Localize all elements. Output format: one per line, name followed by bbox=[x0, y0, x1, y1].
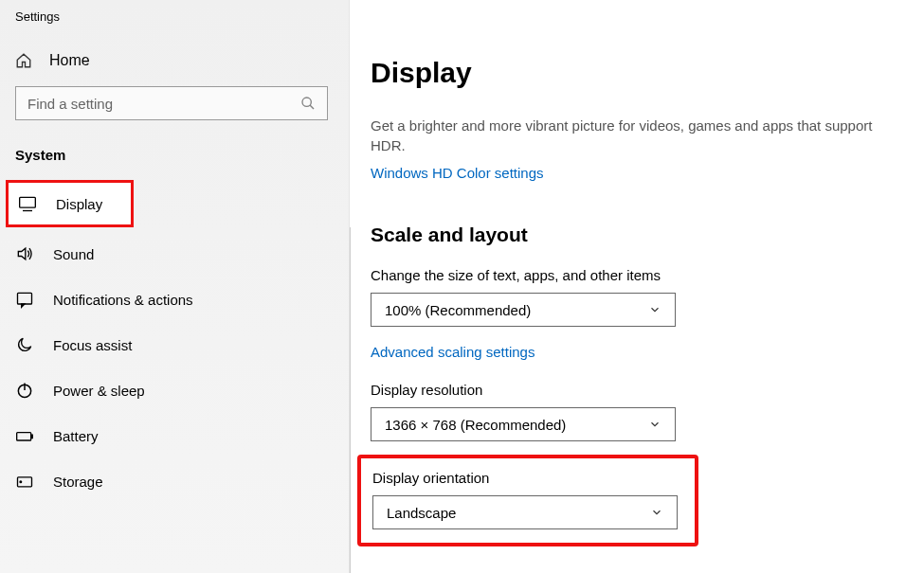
sidebar-item-label: Focus assist bbox=[53, 337, 132, 353]
svg-rect-7 bbox=[17, 433, 31, 440]
resolution-dropdown[interactable]: 1366 × 768 (Recommended) bbox=[371, 407, 676, 441]
scale-value: 100% (Recommended) bbox=[385, 302, 531, 318]
search-icon bbox=[300, 96, 316, 111]
sidebar-item-sound[interactable]: Sound bbox=[0, 231, 349, 277]
app-title: Settings bbox=[0, 0, 349, 29]
home-nav[interactable]: Home bbox=[0, 29, 349, 86]
advanced-scaling-link[interactable]: Advanced scaling settings bbox=[371, 344, 534, 360]
moon-icon bbox=[15, 335, 34, 354]
sidebar-item-label: Notifications & actions bbox=[53, 292, 193, 308]
sidebar-item-display[interactable]: Display bbox=[6, 180, 134, 227]
sidebar-item-label: Display bbox=[56, 196, 102, 212]
home-label: Home bbox=[49, 52, 90, 69]
sidebar-item-label: Sound bbox=[53, 246, 94, 262]
orientation-highlight: Display orientation Landscape bbox=[357, 455, 698, 546]
monitor-icon bbox=[18, 194, 37, 213]
sound-icon bbox=[15, 244, 34, 263]
sidebar: Settings Home System Display Sound Notif… bbox=[0, 0, 349, 573]
orientation-value: Landscape bbox=[387, 505, 456, 521]
search-input[interactable] bbox=[15, 86, 328, 120]
resolution-value: 1366 × 768 (Recommended) bbox=[385, 417, 566, 433]
sidebar-item-power-sleep[interactable]: Power & sleep bbox=[0, 367, 349, 413]
svg-rect-4 bbox=[18, 293, 32, 304]
section-scale-layout: Scale and layout bbox=[371, 224, 903, 246]
hdr-settings-link[interactable]: Windows HD Color settings bbox=[371, 165, 544, 181]
chevron-down-icon bbox=[648, 418, 661, 431]
power-icon bbox=[15, 381, 34, 400]
sidebar-item-label: Battery bbox=[53, 428, 99, 444]
scale-label: Change the size of text, apps, and other… bbox=[371, 267, 903, 283]
search-field[interactable] bbox=[27, 96, 300, 112]
sidebar-item-focus-assist[interactable]: Focus assist bbox=[0, 322, 349, 367]
svg-point-10 bbox=[20, 481, 22, 483]
sidebar-item-label: Power & sleep bbox=[53, 383, 145, 399]
orientation-label: Display orientation bbox=[372, 470, 683, 486]
chevron-down-icon bbox=[648, 303, 661, 316]
chevron-down-icon bbox=[650, 506, 663, 519]
svg-line-1 bbox=[310, 105, 314, 109]
storage-icon bbox=[15, 472, 34, 491]
main-content: Display Get a brighter and more vibrant … bbox=[349, 0, 924, 573]
orientation-dropdown[interactable]: Landscape bbox=[372, 495, 678, 529]
home-icon bbox=[15, 52, 32, 69]
sidebar-item-battery[interactable]: Battery bbox=[0, 413, 349, 458]
sidebar-item-storage[interactable]: Storage bbox=[0, 458, 349, 504]
svg-rect-2 bbox=[20, 197, 36, 207]
hdr-description: Get a brighter and more vibrant picture … bbox=[371, 116, 882, 155]
page-title: Display bbox=[371, 57, 903, 89]
svg-rect-8 bbox=[31, 435, 33, 438]
category-label: System bbox=[0, 139, 349, 180]
sidebar-item-label: Storage bbox=[53, 474, 103, 490]
scale-dropdown[interactable]: 100% (Recommended) bbox=[371, 293, 676, 327]
battery-icon bbox=[15, 426, 34, 445]
sidebar-item-notifications[interactable]: Notifications & actions bbox=[0, 277, 349, 322]
svg-point-0 bbox=[302, 98, 311, 106]
notification-icon bbox=[15, 290, 34, 309]
resolution-label: Display resolution bbox=[371, 382, 903, 398]
